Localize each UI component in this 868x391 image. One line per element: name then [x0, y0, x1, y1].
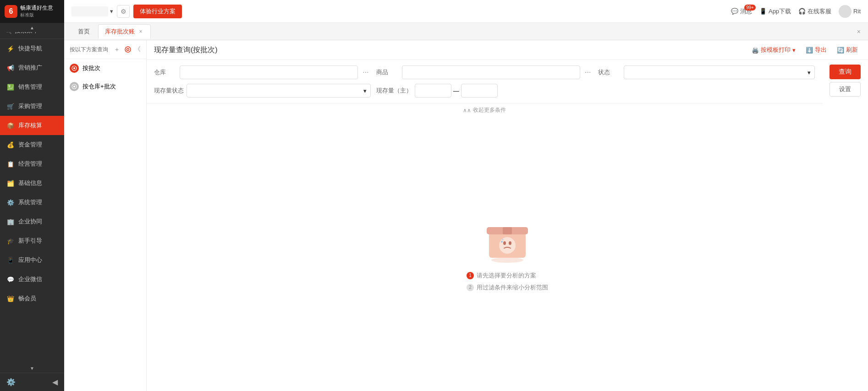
sidebar-item-label: 新手引导: [18, 237, 42, 245]
basic-icon: 🗂️: [6, 179, 15, 187]
topbar-dropdown[interactable]: ▾: [71, 6, 113, 16]
sidebar-item-wechat[interactable]: 💬 企业微信: [0, 270, 64, 289]
messages-button[interactable]: 💬 消息 99+: [731, 7, 752, 16]
headset-icon: 🎧: [798, 8, 806, 15]
right-content: 现存量查询(按批次) 🖨️ 按模板打印 ▾ ⬇️ 导出 🔄 刷新: [147, 40, 868, 391]
page-actions: 🖨️ 按模板打印 ▾ ⬇️ 导出 🔄 刷新: [749, 45, 861, 55]
empty-hint: 1 请先选择要分析的方案 2 用过滤条件来缩小分析范围: [467, 270, 548, 293]
operations-icon: 📋: [6, 160, 15, 168]
plan-settings-button[interactable]: [123, 45, 132, 54]
sidebar-item-purchase[interactable]: 🛒 采购管理: [0, 97, 64, 116]
collapse-more-button[interactable]: ∧∧ 收起更多条件: [147, 103, 822, 117]
filter-area: 仓库 ··· 商品 ··· 状态: [147, 60, 822, 103]
settings-button[interactable]: 设置: [830, 82, 861, 97]
user-avatar-button[interactable]: Rit: [839, 5, 861, 18]
sidebar-item-label: 销售管理: [18, 83, 42, 91]
sidebar-footer: ⚙️ ◀: [0, 373, 64, 391]
sidebar-item-enterprise[interactable]: 🏢 企业协同: [0, 212, 64, 231]
status-select[interactable]: ▾: [624, 65, 815, 79]
sidebar-scroll-up[interactable]: ▲: [0, 23, 64, 32]
stock-amount-max-input[interactable]: [461, 84, 498, 98]
sidebar-item-apps[interactable]: 📱 应用中心: [0, 250, 64, 270]
sidebar-item-marketing[interactable]: 📢 营销推广: [0, 58, 64, 77]
sidebar-item-label: 企业微信: [18, 275, 42, 283]
system-icon: ⚙️: [6, 198, 15, 206]
topbar-gear-button[interactable]: ⚙: [117, 5, 130, 18]
plan-item-warehouse-batch[interactable]: 按仓库+批次: [64, 77, 146, 96]
settings-icon[interactable]: ⚙️: [6, 378, 16, 386]
sidebar-item-label: 企业协同: [18, 217, 42, 226]
chevron-up-icon: ∧∧: [463, 107, 471, 114]
svg-point-14: [502, 239, 504, 240]
sidebar-item-finance[interactable]: 💰 资金管理: [0, 135, 64, 154]
sidebar-item-system[interactable]: ⚙️ 系统管理: [0, 193, 64, 212]
apps-icon: 📱: [6, 256, 15, 264]
product-input[interactable]: [402, 65, 580, 79]
export-button[interactable]: ⬇️ 导出: [803, 45, 830, 55]
filter-row-1: 仓库 ··· 商品 ··· 状态: [154, 65, 815, 79]
app-download-label: App下载: [769, 7, 791, 16]
plan-item-batch[interactable]: 按批次: [64, 59, 146, 77]
print-button[interactable]: 🖨️ 按模板打印 ▾: [749, 45, 798, 55]
stock-amount-min-input[interactable]: [415, 84, 451, 98]
svg-point-3: [73, 67, 75, 69]
inventory-icon: 📦: [6, 121, 15, 130]
collapse-sidebar-icon[interactable]: ◀: [52, 378, 58, 386]
query-button[interactable]: 查询: [830, 65, 861, 79]
app-edition: 标准版: [20, 12, 53, 18]
filter-row-2: 现存量状态 ▾ 现存量（主） —: [154, 84, 815, 98]
sidebar-item-member[interactable]: 👑 畅会员: [0, 289, 64, 308]
app-brand: 畅康通好生意: [20, 5, 53, 12]
warehouse-label: 仓库: [154, 68, 177, 76]
filter-section: 仓库 ··· 商品 ··· 状态: [147, 60, 822, 117]
online-service-label: 在线客服: [808, 7, 831, 16]
page-content: 按以下方案查询 + 《: [64, 40, 868, 391]
phone-icon: 📱: [759, 8, 767, 15]
stock-status-label: 现存量状态: [154, 87, 184, 95]
sidebar-item-operations[interactable]: 📋 经营管理: [0, 154, 64, 174]
purchase-icon: 🛒: [6, 102, 15, 110]
plan-icon-warehouse-batch: [70, 82, 79, 91]
tab-close-button[interactable]: ×: [137, 28, 144, 35]
sidebar-item-label: 采购管理: [18, 102, 42, 110]
tab-home[interactable]: 首页: [71, 25, 96, 38]
sidebar-item-sales[interactable]: 💹 销售管理: [0, 77, 64, 97]
sidebar-scroll-down[interactable]: ▼: [0, 364, 64, 373]
sidebar-item-newbie[interactable]: 🎓 新手引导: [0, 231, 64, 250]
svg-point-5: [73, 86, 75, 87]
sidebar-item-basic[interactable]: 🗂️ 基础信息: [0, 174, 64, 193]
sidebar-item-shortcut[interactable]: ⚡ 快捷导航: [0, 39, 64, 58]
hint-text-2: 用过滤条件来缩小分析范围: [477, 282, 548, 293]
svg-point-6: [491, 257, 523, 263]
product-dots-button[interactable]: ···: [583, 68, 593, 76]
left-panel-tools: + 《: [112, 45, 141, 54]
stock-status-select[interactable]: ▾: [187, 84, 371, 98]
sidebar-item-label: 营销推广: [18, 64, 42, 72]
button-section: 查询 设置: [822, 60, 868, 101]
warehouse-dots-button[interactable]: ···: [361, 68, 370, 76]
page-header: 现存量查询(按批次) 🖨️ 按模板打印 ▾ ⬇️ 导出 🔄 刷新: [147, 40, 868, 60]
experience-industry-button[interactable]: 体验行业方案: [133, 5, 182, 18]
sidebar-item-inventory[interactable]: 📦 库存核算: [0, 116, 64, 135]
svg-rect-9: [503, 227, 512, 234]
svg-point-12: [509, 241, 511, 245]
export-label: 导出: [815, 46, 827, 54]
app-download-button[interactable]: 📱 App下载: [759, 7, 791, 16]
sidebar-item-label: 库存核算: [18, 121, 42, 130]
add-plan-button[interactable]: +: [112, 45, 121, 54]
refresh-icon: 🔄: [837, 47, 844, 54]
collapse-panel-button[interactable]: 《: [134, 45, 141, 54]
warehouse-input[interactable]: [180, 65, 358, 79]
close-all-tabs-button[interactable]: ×: [857, 28, 861, 35]
collapse-more-label: 收起更多条件: [473, 106, 506, 114]
hint-num-2: 2: [467, 284, 474, 291]
topbar-left: ▾ ⚙ 体验行业方案: [71, 5, 726, 18]
finance-icon: 💰: [6, 141, 15, 149]
app-logo: 6: [5, 5, 17, 18]
filter-warehouse: 仓库 ···: [154, 65, 371, 79]
status-label: 状态: [598, 68, 621, 76]
tabs-bar: 首页 库存批次账 × ×: [64, 23, 868, 40]
tab-inventory-batch[interactable]: 库存批次账 ×: [98, 24, 151, 39]
online-service-button[interactable]: 🎧 在线客服: [798, 7, 831, 16]
refresh-button[interactable]: 🔄 刷新: [834, 45, 861, 55]
